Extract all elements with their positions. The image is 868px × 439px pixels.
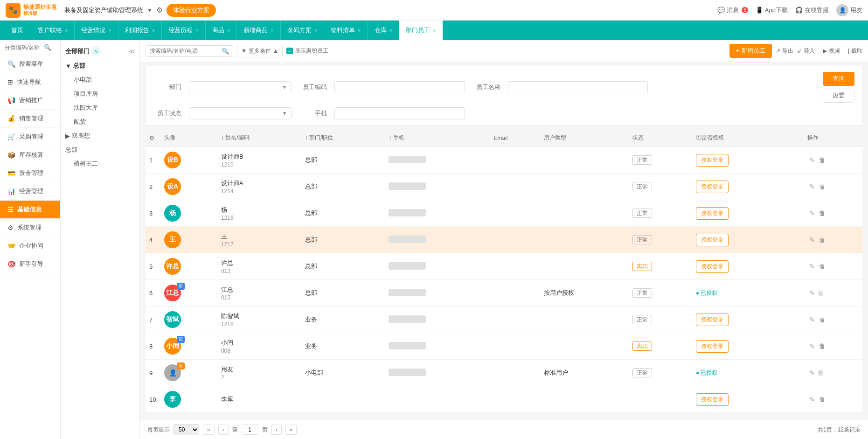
tree-node-general[interactable]: ▼ 总部 bbox=[61, 59, 139, 73]
sidebar-item-mgmt[interactable]: 📊 经营管理 bbox=[0, 182, 60, 201]
search-input[interactable] bbox=[150, 48, 220, 54]
nav-item-barcode[interactable]: 条码方案 × bbox=[281, 21, 324, 40]
col-settings-icon[interactable]: ⚙ bbox=[146, 129, 160, 147]
nav-item-history[interactable]: 经营历程 × bbox=[162, 21, 205, 40]
app-download-btn[interactable]: 📱 App下载 bbox=[756, 6, 788, 14]
show-resigned-toggle[interactable]: ✓ 显示离职员工 bbox=[286, 47, 328, 55]
nav-item-bom[interactable]: 物料清单 × bbox=[324, 21, 368, 40]
per-page-select[interactable]: 50 100 200 bbox=[174, 424, 199, 435]
close-icon[interactable]: × bbox=[108, 28, 111, 33]
sidebar-item-inventory[interactable]: 📦 库存核算 bbox=[0, 146, 60, 164]
delete-icon[interactable]: 🗑 bbox=[819, 183, 825, 190]
filter-dept-select[interactable]: ▼ bbox=[189, 81, 292, 93]
prev-page-btn[interactable]: ‹ bbox=[218, 425, 229, 435]
query-btn[interactable]: 查询 bbox=[823, 72, 854, 86]
sidebar-item-guide[interactable]: 🎯 新手引导 bbox=[0, 255, 60, 273]
auth-btn[interactable]: 授权登录 bbox=[696, 234, 729, 246]
sidebar-item-nav[interactable]: ⊞ 快速导航 bbox=[0, 73, 60, 91]
filter-phone-input[interactable] bbox=[334, 107, 465, 119]
edit-icon[interactable]: ✎ bbox=[809, 263, 815, 270]
nav-item-add-goods[interactable]: 新增商品 × bbox=[237, 21, 280, 40]
sidebar-item-finance[interactable]: 💳 资金管理 bbox=[0, 164, 60, 182]
edit-icon[interactable]: ✎ bbox=[809, 183, 815, 190]
system-dropdown-btn[interactable]: ▼ bbox=[147, 7, 153, 14]
filter-state-select[interactable]: ▼ bbox=[189, 107, 292, 119]
edit-icon[interactable]: ✎ bbox=[809, 209, 815, 217]
delete-icon[interactable]: 🗑 bbox=[819, 396, 825, 403]
close-icon[interactable]: × bbox=[227, 28, 230, 33]
view-btn[interactable]: ▶ 视频 bbox=[823, 47, 840, 55]
sidebar-item-marketing[interactable]: 📢 营销推广 bbox=[0, 91, 60, 110]
tree-node-projroom[interactable]: 项目库房 bbox=[61, 87, 139, 101]
tree-node-peihu[interactable]: 配货 bbox=[61, 115, 139, 129]
close-icon[interactable]: × bbox=[152, 28, 155, 33]
first-page-btn[interactable]: « bbox=[203, 425, 215, 435]
search-icon[interactable]: 🔍 bbox=[222, 48, 229, 55]
sidebar-item-purchase[interactable]: 🛒 采购管理 bbox=[0, 128, 60, 146]
auth-btn[interactable]: 授权登录 bbox=[696, 207, 729, 220]
import-btn[interactable]: ↙ 导入 bbox=[797, 47, 815, 55]
sidebar-item-search[interactable]: 🔍 搜索菜单 bbox=[0, 55, 60, 73]
tree-node-shuanglu[interactable]: ▶ 双鹿想 bbox=[61, 129, 139, 143]
edit-icon[interactable]: ✎ bbox=[809, 236, 815, 244]
sidebar-item-basic[interactable]: ☰ 基础信息 bbox=[0, 201, 60, 219]
nav-item-customer[interactable]: 客户联络 × bbox=[31, 21, 75, 40]
close-icon[interactable]: × bbox=[195, 28, 198, 33]
nav-item-home[interactable]: 首页 bbox=[4, 21, 31, 40]
sidebar-item-system[interactable]: ⚙ 系统管理 bbox=[0, 219, 60, 237]
sidebar-search-input[interactable] bbox=[5, 44, 42, 51]
col-phone[interactable]: ↕ 手机 bbox=[385, 129, 490, 147]
col-name[interactable]: ↕ 姓名/编码 bbox=[217, 129, 301, 147]
copy-icon[interactable]: ⎘ bbox=[819, 289, 822, 297]
close-icon[interactable]: × bbox=[358, 28, 361, 33]
add-employee-btn[interactable]: + 新增员工 bbox=[729, 44, 772, 58]
delete-icon[interactable]: 🗑 bbox=[819, 236, 825, 244]
auth-btn[interactable]: 授权登录 bbox=[696, 393, 729, 406]
tree-node-zhishu[interactable]: 植树王二 bbox=[61, 157, 139, 171]
trial-btn[interactable]: 体验行业方案 bbox=[167, 4, 216, 17]
edit-icon[interactable]: ✎ bbox=[809, 342, 815, 350]
nav-item-dept-emp[interactable]: 部门员工 × bbox=[399, 21, 443, 40]
edit-icon[interactable]: ✎ bbox=[809, 316, 815, 323]
copy-icon[interactable]: ⎘ bbox=[819, 369, 822, 376]
auth-btn[interactable]: 授权登录 bbox=[696, 181, 729, 193]
sidebar-search-icon[interactable]: 🔍 bbox=[44, 44, 51, 51]
tree-node-zongbu[interactable]: 总部 bbox=[61, 143, 139, 157]
user-avatar[interactable]: 👤 用友 bbox=[836, 4, 862, 16]
edit-icon[interactable]: ✎ bbox=[809, 156, 815, 164]
sidebar-item-collab[interactable]: 🤝 企业协同 bbox=[0, 237, 60, 255]
delete-icon[interactable]: 🗑 bbox=[819, 263, 825, 270]
more-filter-btn[interactable]: ▼ 更多条件 ▲ bbox=[237, 45, 283, 57]
message-btn[interactable]: 💬 消息 5 bbox=[717, 6, 748, 14]
auth-btn[interactable]: 授权登录 bbox=[696, 314, 729, 326]
close-icon[interactable]: × bbox=[65, 28, 68, 33]
set-btn[interactable]: 设置 bbox=[823, 89, 854, 103]
auth-btn[interactable]: 授权登录 bbox=[696, 260, 729, 273]
edit-icon[interactable]: ✎ bbox=[809, 369, 815, 376]
close-icon[interactable]: × bbox=[271, 28, 273, 33]
help-btn[interactable]: | 截取 bbox=[848, 47, 862, 55]
edit-icon[interactable]: ✎ bbox=[809, 396, 815, 403]
edit-icon[interactable]: ✎ bbox=[809, 289, 815, 297]
auth-btn[interactable]: 授权登录 bbox=[696, 340, 729, 353]
delete-icon[interactable]: 🗑 bbox=[819, 156, 825, 164]
page-input[interactable] bbox=[242, 425, 258, 435]
close-icon[interactable]: × bbox=[433, 28, 436, 33]
sidebar-item-sales[interactable]: 💰 销售管理 bbox=[0, 110, 60, 128]
nav-item-goods[interactable]: 商品 × bbox=[206, 21, 237, 40]
export-btn[interactable]: ↗ 导出 bbox=[776, 47, 793, 55]
next-page-btn[interactable]: › bbox=[271, 425, 282, 435]
nav-item-profit[interactable]: 利润报告 × bbox=[118, 21, 162, 40]
tree-collapse-btn[interactable]: ≪ bbox=[129, 48, 135, 55]
auth-btn[interactable]: 授权登录 bbox=[696, 154, 729, 167]
nav-item-operation[interactable]: 经营情况 × bbox=[75, 21, 118, 40]
delete-icon[interactable]: 🗑 bbox=[819, 316, 825, 323]
delete-icon[interactable]: 🗑 bbox=[819, 342, 825, 350]
tree-node-shenyang[interactable]: 沈阳大库 bbox=[61, 101, 139, 115]
last-page-btn[interactable]: » bbox=[285, 425, 297, 435]
filter-empcode-input[interactable] bbox=[334, 81, 465, 93]
tree-node-xdept[interactable]: 小电部 bbox=[61, 73, 139, 87]
close-icon[interactable]: × bbox=[389, 28, 392, 33]
col-dept[interactable]: ↕ 部门/职位 bbox=[301, 129, 385, 147]
delete-icon[interactable]: 🗑 bbox=[819, 209, 825, 217]
